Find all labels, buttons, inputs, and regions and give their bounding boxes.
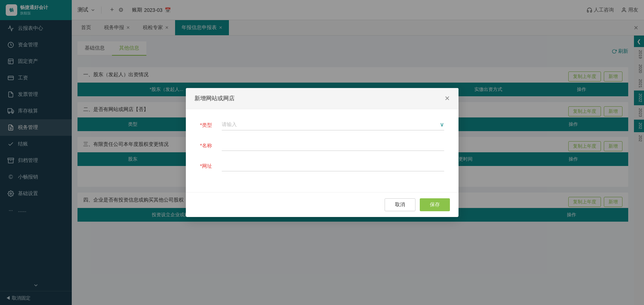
- url-field: *网址: [200, 161, 444, 171]
- type-input[interactable]: [222, 120, 440, 129]
- dialog-footer: 取消 保存: [186, 192, 459, 217]
- dialog-header: 新增网站或网店 ✕: [186, 88, 459, 109]
- url-label: *网址: [200, 163, 222, 170]
- url-input[interactable]: [222, 161, 444, 170]
- name-input[interactable]: [222, 140, 444, 149]
- name-label: *名称: [200, 143, 222, 149]
- type-dropdown-arrow[interactable]: ∨: [440, 121, 444, 128]
- dialog-close-button[interactable]: ✕: [445, 94, 450, 102]
- type-field: *类型 ∨: [200, 120, 444, 130]
- name-field: *名称: [200, 140, 444, 151]
- dialog-title: 新增网站或网店: [194, 95, 235, 102]
- name-input-wrap: [222, 140, 444, 151]
- url-input-wrap: [222, 161, 444, 171]
- cancel-button[interactable]: 取消: [385, 198, 415, 211]
- dialog-body: *类型 ∨ *名称 *网址: [186, 109, 459, 192]
- type-input-wrap: ∨: [222, 120, 444, 130]
- dialog-overlay: 新增网站或网店 ✕ *类型 ∨ *名称: [0, 0, 644, 305]
- save-button[interactable]: 保存: [420, 198, 450, 211]
- add-website-dialog: 新增网站或网店 ✕ *类型 ∨ *名称: [186, 88, 459, 217]
- type-label: *类型: [200, 122, 222, 129]
